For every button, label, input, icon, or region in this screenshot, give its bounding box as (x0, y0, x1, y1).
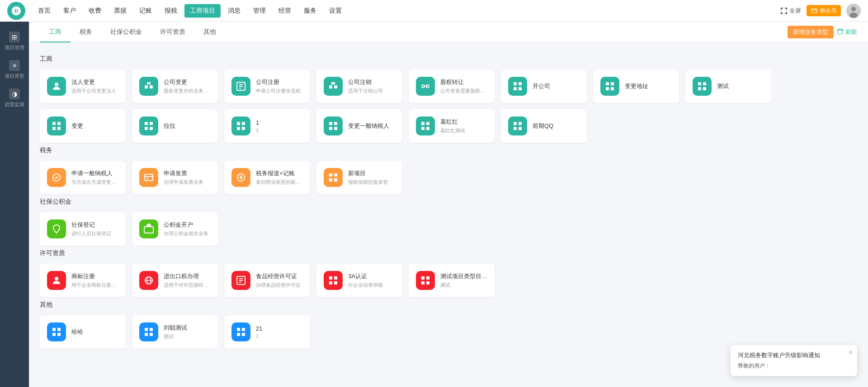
card-icon-shuiwu-0 (47, 168, 66, 187)
card-icon-shuiwu-1 (139, 168, 158, 187)
card-icon-gongshang-6 (600, 77, 619, 96)
card-name-xuke-4: 测试项目类型目定义 (440, 272, 487, 280)
sidebar-item-project-type[interactable]: ≡ 项目类型 (0, 56, 29, 84)
nav-customer[interactable]: 客户 (58, 4, 81, 18)
card-qita-2[interactable]: 21 1 (224, 315, 310, 349)
cards-qita: 哈哈 刘聪测试 测试 21 1 (40, 315, 857, 349)
card-info-gongshang-11: 变更一般纳税人 (348, 122, 395, 130)
tab-shuiwu[interactable]: 税务 (71, 23, 101, 42)
sidebar-item-label-1: 项目类型 (5, 73, 24, 79)
card-name-gongshang-11: 变更一般纳税人 (348, 122, 395, 130)
svg-point-3 (849, 13, 858, 18)
svg-rect-44 (334, 127, 337, 130)
section-title-xuke: 许可资质 (40, 249, 857, 257)
svg-rect-48 (426, 127, 429, 130)
notification-close[interactable]: × (849, 349, 853, 357)
card-desc-shebao-1: 办理公积金相关业务 (164, 230, 211, 237)
svg-rect-32 (57, 127, 61, 130)
card-gongshang-5[interactable]: 开公司 (501, 70, 587, 103)
svg-rect-28 (703, 87, 706, 90)
card-info-shuiwu-0: 申请一般纳税人 当月或次月成变更完成 (71, 169, 118, 186)
nav-charge[interactable]: 收费 (83, 4, 107, 18)
card-gongshang-2[interactable]: 公司注册 申请公司注册全流程 (224, 70, 310, 103)
card-icon-gongshang-13 (508, 117, 527, 135)
nav-manage[interactable]: 管理 (248, 4, 271, 18)
card-icon-gongshang-4 (416, 77, 435, 96)
svg-rect-37 (237, 122, 240, 125)
card-gongshang-1[interactable]: 公司变更 股权变更外的业务变更 (132, 70, 218, 103)
svg-rect-59 (334, 173, 337, 177)
svg-rect-45 (421, 122, 425, 125)
member-btn[interactable]: 畅会员 (807, 5, 841, 16)
card-xuke-3[interactable]: 3A认证 对企业信誉评级 (316, 264, 402, 297)
nav-operation[interactable]: 经营 (273, 4, 297, 18)
nav-menu: 首页 客户 收费 票据 记账 报税 工商项目 消息 管理 经营 服务 设置 (33, 4, 780, 18)
nav-tax[interactable]: 报税 (159, 4, 183, 18)
svg-rect-87 (237, 328, 240, 331)
svg-rect-71 (329, 276, 332, 280)
card-qita-0[interactable]: 哈哈 (40, 315, 126, 349)
tab-qita[interactable]: 其他 (194, 23, 225, 42)
sidebar-item-project-manage[interactable]: ⊞ 项目管理 (0, 27, 29, 56)
svg-point-63 (55, 277, 58, 280)
card-shuiwu-2[interactable]: 税务报道+记账 拿到营业执照的新公司 (224, 161, 310, 194)
section-title-shebao: 社保公积金 (40, 198, 857, 206)
card-icon-gongshang-1 (139, 77, 158, 96)
card-gongshang-10[interactable]: 1 1 (224, 109, 310, 143)
nav-bookkeeping[interactable]: 记账 (134, 4, 157, 18)
refresh-button[interactable]: 刷新 (837, 28, 857, 36)
card-info-xuke-0: 商标注册 用于企业商标注册服务 (71, 272, 118, 289)
card-gongshang-8[interactable]: 变更 (40, 109, 126, 143)
tab-shebao[interactable]: 社保公积金 (101, 23, 151, 42)
card-gongshang-6[interactable]: 变更地址 (593, 70, 679, 103)
cards-shuiwu: 申请一般纳税人 当月或次月成变更完成 申请发票 办理申请发票业务 税务报道+记账… (40, 161, 857, 194)
card-shuiwu-1[interactable]: 申请发票 办理申请发票业务 (132, 161, 218, 194)
card-qita-1[interactable]: 刘聪测试 测试 (132, 315, 218, 349)
card-name-gongshang-9: 拉拉 (164, 122, 211, 130)
tab-xuke[interactable]: 许可资质 (151, 23, 194, 42)
fullscreen-btn[interactable]: 全屏 (780, 7, 801, 15)
nav-message[interactable]: 消息 (222, 4, 246, 18)
card-name-gongshang-3: 公司注销 (348, 78, 395, 86)
nav-settings[interactable]: 设置 (324, 4, 347, 18)
sidebar-item-progress[interactable]: ◑ 进度监测 (0, 84, 29, 112)
card-shuiwu-3[interactable]: 新项目 报税加税控盘保管 (316, 161, 402, 194)
card-gongshang-3[interactable]: 公司注销 适用于注销公司 (316, 70, 402, 103)
card-info-qita-0: 哈哈 (71, 328, 118, 336)
nav-ticket[interactable]: 票据 (108, 4, 132, 18)
card-gongshang-7[interactable]: 测试 (685, 70, 771, 103)
avatar[interactable] (846, 4, 861, 18)
card-name-gongshang-8: 变更 (71, 122, 118, 130)
card-desc-xuke-1: 适用于对外贸易经营者 (164, 282, 211, 289)
card-info-shuiwu-3: 新项目 报税加税控盘保管 (348, 169, 395, 186)
card-gongshang-12[interactable]: 葛红红 葛红红测试 (409, 109, 495, 143)
card-xuke-4[interactable]: 测试项目类型目定义 测试 (409, 264, 495, 297)
nav-service[interactable]: 服务 (298, 4, 322, 18)
card-gongshang-4[interactable]: 股权转让 公司变更需要股权转让 (409, 70, 495, 103)
new-type-button[interactable]: 新增业务类型 (788, 26, 834, 38)
card-shebao-0[interactable]: 社保登记 进行人员社保登记 (40, 212, 126, 246)
card-gongshang-0[interactable]: 法人变更 适用于公司变更法人 (40, 70, 126, 103)
nav-business[interactable]: 工商项目 (184, 4, 221, 18)
card-desc-shebao-0: 进行人员社保登记 (71, 230, 118, 237)
card-xuke-2[interactable]: 食品经营许可证 办理食品经营许可证 (224, 264, 310, 297)
nav-home[interactable]: 首页 (33, 4, 56, 18)
card-xuke-1[interactable]: 进出口权办理 适用于对外贸易经营者 (132, 264, 218, 297)
card-gongshang-13[interactable]: 前期QQ (501, 109, 587, 143)
section-title-shuiwu: 税务 (40, 146, 857, 154)
card-shebao-1[interactable]: 公积金开户 办理公积金相关业务 (132, 212, 218, 246)
svg-rect-82 (57, 333, 61, 336)
tab-gongshang[interactable]: 工商 (40, 23, 71, 42)
svg-rect-84 (150, 328, 153, 331)
card-shuiwu-0[interactable]: 申请一般纳税人 当月或次月成变更完成 (40, 161, 126, 194)
svg-rect-36 (150, 127, 153, 130)
card-icon-gongshang-10 (231, 117, 250, 135)
sidebar-item-label-2: 进度监测 (5, 101, 24, 108)
card-xuke-0[interactable]: 商标注册 用于企业商标注册服务 (40, 264, 126, 297)
cards-shebao: 社保登记 进行人员社保登记 公积金开户 办理公积金相关业务 (40, 212, 857, 246)
card-gongshang-11[interactable]: 变更一般纳税人 (316, 109, 402, 143)
card-info-gongshang-10: 1 1 (256, 119, 303, 133)
card-desc-qita-1: 测试 (164, 333, 211, 340)
svg-rect-43 (329, 127, 332, 130)
card-gongshang-9[interactable]: 拉拉 (132, 109, 218, 143)
